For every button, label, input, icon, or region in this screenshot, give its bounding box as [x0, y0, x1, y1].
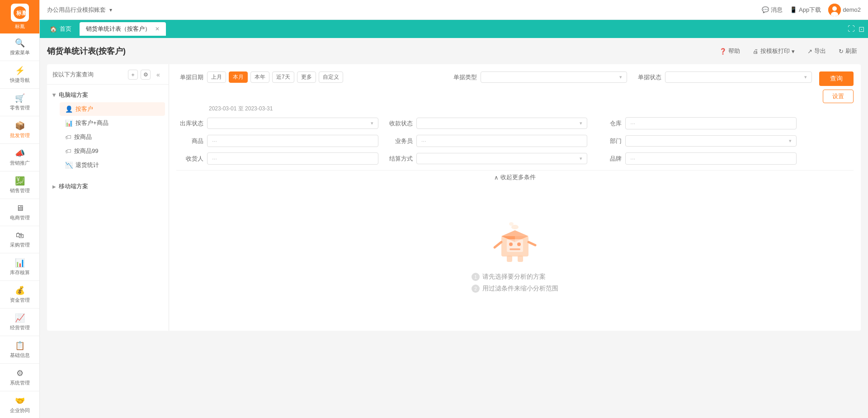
tree-parent-desktop[interactable]: ▶ 电脑端方案 — [47, 88, 169, 102]
sidebar-item-wholesale-mgmt[interactable]: 📦 批发管理 — [0, 116, 39, 144]
header-dropdown-icon[interactable]: ▾ — [109, 7, 112, 13]
right-panel: 单据日期 上月 本月 本年 近7天 更多 自定义 — [169, 64, 861, 331]
out-status-filter[interactable]: ▾ — [207, 118, 378, 129]
panel-header: 按以下方案查询 ＋ ⚙ « — [47, 70, 169, 85]
date-btn-more[interactable]: 更多 — [297, 71, 316, 83]
sidebar-item-label: 系统管理 — [10, 380, 30, 386]
content-area: 销货单统计表(按客户) ❓ 帮助 🖨 按模板打印 ▾ ↗ 导出 — [40, 38, 868, 418]
svg-rect-15 — [518, 256, 523, 262]
sidebar-item-finance-mgmt[interactable]: 💰 资金管理 — [0, 281, 39, 309]
tree-child-by-product[interactable]: 🏷 按商品 — [60, 130, 165, 144]
svg-point-17 — [509, 222, 514, 226]
tree-child-by-customer[interactable]: 👤 按客户 — [60, 102, 165, 116]
date-btn-this-month[interactable]: 本月 — [229, 71, 248, 83]
status-filter[interactable]: ▾ — [665, 71, 812, 83]
brand-filter[interactable]: ··· — [625, 152, 797, 165]
collapse-more-button[interactable]: ∧ 收起更多条件 — [176, 170, 854, 184]
svg-text:标胤: 标胤 — [16, 10, 27, 16]
warehouse-filter[interactable]: ··· — [625, 117, 797, 129]
receipt-status-label: 收款状态 — [386, 119, 413, 128]
product-filter[interactable]: ··· — [207, 135, 378, 147]
receipt-status-dropdown-icon: ▾ — [580, 120, 582, 126]
payment-method-dropdown-icon: ▾ — [580, 156, 582, 162]
print-icon: 🖨 — [753, 48, 759, 55]
template-print-button[interactable]: 🖨 按模板打印 ▾ — [749, 45, 798, 57]
date-btn-last-7-days[interactable]: 近7天 — [272, 71, 294, 83]
page-actions: ❓ 帮助 🖨 按模板打印 ▾ ↗ 导出 ↻ 刷新 — [716, 45, 861, 57]
type-dropdown-icon: ▾ — [619, 74, 622, 80]
content-body: 按以下方案查询 ＋ ⚙ « ▶ 电脑端方案 — [47, 64, 861, 331]
sidebar-item-sales-mgmt[interactable]: 💹 销售管理 — [0, 171, 39, 199]
tree-parent-desktop-label: 电脑端方案 — [59, 91, 88, 99]
message-action[interactable]: 💬 消息 — [762, 6, 783, 14]
tab-sales-stats[interactable]: 销货单统计表（按客户） ✕ — [80, 22, 166, 36]
staff-filter[interactable]: ··· — [416, 135, 588, 147]
app-download-action[interactable]: 📱 App下载 — [790, 6, 821, 14]
sidebar-item-sys-mgmt[interactable]: ⚙ 系统管理 — [0, 364, 39, 391]
dept-filter[interactable]: ▾ — [625, 135, 797, 147]
template-print-arrow: ▾ — [792, 48, 795, 55]
sidebar-item-label: 批发管理 — [10, 132, 30, 139]
panel-add-icon[interactable]: ＋ — [128, 70, 138, 80]
query-button[interactable]: 查询 — [819, 71, 854, 86]
tree-child-by-customer-product[interactable]: 📊 按客户+商品 — [60, 116, 165, 130]
payment-method-label: 结算方式 — [386, 155, 413, 163]
help-label: 帮助 — [728, 47, 740, 55]
finance-mgmt-icon: 💰 — [15, 285, 25, 295]
panel-settings-icon[interactable]: ⚙ — [141, 70, 151, 80]
sidebar-item-marketing[interactable]: 📣 营销推广 — [0, 144, 39, 171]
brand-label: 品牌 — [594, 155, 622, 163]
help-button[interactable]: ❓ 帮助 — [716, 45, 744, 57]
tree-parent-mobile[interactable]: ▶ 移动端方案 — [47, 180, 169, 193]
refresh-button[interactable]: ↻ 刷新 — [835, 45, 861, 57]
tree-child-by-product-99[interactable]: 🏷 按商品99 — [60, 144, 165, 158]
user-area[interactable]: demo2 — [828, 4, 861, 16]
tab-window-icon[interactable]: ⊡ — [859, 25, 864, 33]
tab-close-icon[interactable]: ✕ — [155, 26, 160, 32]
status-dropdown-icon: ▾ — [804, 74, 807, 80]
panel-collapse-icon[interactable]: « — [153, 70, 163, 80]
dept-dropdown-icon: ▾ — [789, 138, 792, 144]
home-icon: 🏠 — [50, 26, 57, 33]
consignee-filter[interactable]: ··· — [207, 152, 378, 165]
consignee-label: 收货人 — [176, 155, 203, 163]
date-btn-this-year[interactable]: 本年 — [250, 71, 269, 83]
empty-hint-1-label: 请先选择要分析的方案 — [482, 273, 546, 281]
receipt-status-filter[interactable]: ▾ — [416, 118, 588, 129]
product-placeholder: ··· — [212, 138, 373, 144]
payment-method-filter[interactable]: ▾ — [416, 153, 588, 164]
out-status-label: 出库状态 — [176, 119, 203, 128]
svg-point-3 — [832, 6, 837, 11]
refresh-icon: ↻ — [839, 48, 844, 55]
tab-fullscreen-icon[interactable]: ⛶ — [848, 25, 855, 33]
ops-mgmt-icon: 📈 — [15, 313, 25, 323]
logo-area[interactable]: 标胤 标胤 — [0, 0, 39, 33]
retail-mgmt-icon: 🛒 — [15, 93, 25, 103]
sidebar-item-retail-mgmt[interactable]: 🛒 零售管理 — [0, 89, 39, 116]
sidebar-item-inventory[interactable]: 📊 库存核算 — [0, 253, 39, 281]
sidebar-item-ecom-mgmt[interactable]: 🖥 电商管理 — [0, 199, 39, 226]
sidebar-item-enterprise[interactable]: 🤝 企业协同 — [0, 391, 39, 418]
date-btn-last-month[interactable]: 上月 — [207, 71, 226, 83]
tree-child-return-stats[interactable]: 📉 退货统计 — [60, 158, 165, 172]
tree-child-by-customer-product-label: 按客户+商品 — [75, 119, 108, 127]
svg-point-10 — [517, 242, 521, 246]
type-filter[interactable]: ▾ — [481, 71, 627, 83]
date-btn-custom[interactable]: 自定义 — [319, 71, 343, 83]
sidebar-item-search-menu[interactable]: 🔍 搜索菜单 — [0, 33, 39, 61]
tab-home-label: 首页 — [60, 25, 71, 33]
sidebar-item-purchase-mgmt[interactable]: 🛍 采购管理 — [0, 226, 39, 253]
svg-rect-11 — [509, 248, 520, 250]
sidebar-item-label: 电商管理 — [10, 214, 30, 221]
sidebar-item-basic-info[interactable]: 📋 基础信息 — [0, 336, 39, 364]
quick-nav-icon: ⚡ — [15, 66, 25, 76]
empty-illustration — [488, 211, 542, 266]
sidebar-item-label: 零售管理 — [10, 104, 30, 111]
export-button[interactable]: ↗ 导出 — [804, 45, 830, 57]
sidebar-item-ops-mgmt[interactable]: 📈 经营管理 — [0, 309, 39, 336]
tree-child-return-stats-label: 退货统计 — [75, 161, 99, 169]
settings-button[interactable]: 设置 — [823, 90, 854, 103]
tab-home[interactable]: 🏠 首页 — [43, 22, 78, 36]
sidebar-item-quick-nav[interactable]: ⚡ 快捷导航 — [0, 61, 39, 89]
header-left: 办公用品行业模拟账套 ▾ — [47, 6, 112, 14]
